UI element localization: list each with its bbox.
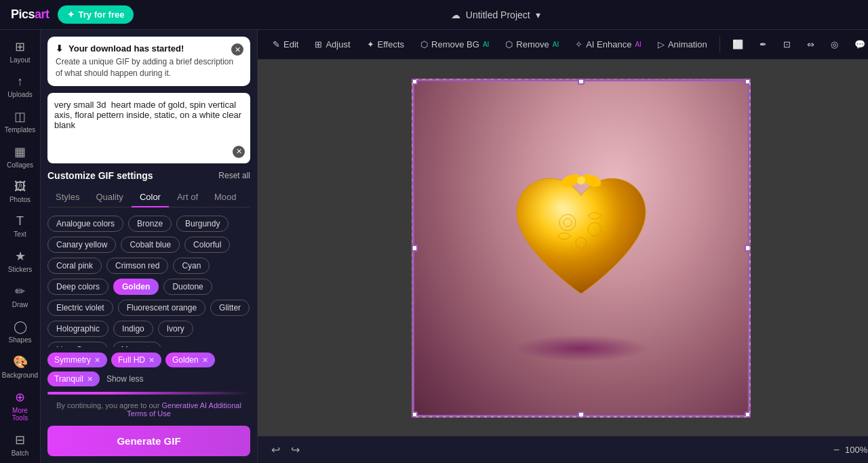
pen-tool-button[interactable]: ✒	[753, 36, 774, 53]
color-tag-cyan[interactable]: Cyan	[173, 258, 210, 274]
speech-bubble-button[interactable]: 💬	[848, 36, 868, 53]
redo-button[interactable]: ↪	[288, 441, 302, 459]
tab-styles[interactable]: Styles	[47, 188, 87, 207]
sidebar-label-more: More Tools	[5, 407, 35, 422]
undo-redo-group: ↩ ↪	[269, 441, 302, 459]
remove-tag-symmetry-button[interactable]: ✕	[94, 356, 100, 365]
tab-mood[interactable]: Mood	[206, 188, 245, 207]
edit-toolbar: ✎ Edit ⊞ Adjust ✦ Effects ⬡ Remove BG AI…	[258, 30, 868, 60]
animation-button[interactable]: ▷ Animation	[651, 36, 714, 53]
adjust-label: Adjust	[326, 39, 350, 49]
sidebar-item-background[interactable]: 🎨 Background	[3, 350, 38, 383]
try-free-button[interactable]: ✦ Try for free	[58, 5, 134, 24]
sidebar-item-text[interactable]: T Text	[3, 210, 38, 242]
sidebar-label-templates: Templates	[5, 126, 36, 134]
zoom-out-button[interactable]: −	[833, 444, 840, 456]
color-tag-colorful[interactable]: Colorful	[184, 237, 230, 253]
reset-all-button[interactable]: Reset all	[218, 171, 250, 180]
tab-quality[interactable]: Quality	[87, 188, 131, 207]
toolbar-divider-1	[719, 37, 720, 53]
color-tag-coral-pink[interactable]: Coral pink	[47, 258, 102, 274]
color-tag-glitter[interactable]: Glitter	[210, 300, 250, 316]
zoom-controls: − 100% + ⚙	[833, 443, 868, 456]
background-icon: 🎨	[13, 355, 28, 369]
color-tag-lime-green[interactable]: Lime Green	[47, 342, 108, 347]
bottom-toolbar: ↩ ↪ − 100% + ⚙	[258, 436, 868, 463]
color-tag-deep-colors[interactable]: Deep colors	[47, 279, 108, 295]
tab-artof[interactable]: Art of	[169, 188, 206, 207]
sidebar-item-stickers[interactable]: ★ Stickers	[3, 245, 38, 277]
sparkle-icon: ✦	[67, 9, 75, 20]
ai-enhance-label: AI Enhance	[586, 39, 631, 49]
clear-prompt-button[interactable]: ✕	[233, 146, 245, 158]
close-notification-button[interactable]: ✕	[231, 43, 243, 56]
color-tag-bronze[interactable]: Bronze	[128, 216, 172, 232]
color-tag-cobalt-blue[interactable]: Cobalt blue	[121, 237, 180, 253]
edit-button[interactable]: ✎ Edit	[266, 36, 305, 53]
left-panel: ⬇ Your download has started! Create a un…	[41, 30, 258, 463]
project-title-area[interactable]: ☁ Untitled Project ▾	[451, 9, 540, 20]
undo-button[interactable]: ↩	[269, 441, 283, 459]
tab-quality-label: Quality	[96, 192, 123, 202]
color-tag-indigo[interactable]: Indigo	[113, 321, 153, 337]
notification-header: ⬇ Your download has started!	[56, 43, 242, 54]
remove-tag-full hd-button[interactable]: ✕	[149, 356, 155, 365]
color-tag-holographic[interactable]: Holographic	[47, 321, 108, 337]
sidebar-label-layout: Layout	[9, 56, 30, 64]
edit-icon: ✎	[273, 39, 280, 49]
zoom-value: 100%	[845, 445, 867, 455]
try-free-label: Try for free	[79, 9, 125, 20]
remove-tag-golden-button[interactable]: ✕	[202, 356, 208, 365]
canvas-inner: ↻	[412, 79, 751, 418]
sidebar-item-templates[interactable]: ◫ Templates	[3, 105, 38, 138]
color-tag-golden[interactable]: Golden	[113, 279, 159, 295]
sidebar-item-shapes[interactable]: ◯ Shapes	[3, 315, 38, 348]
effects-button[interactable]: ✦ Effects	[360, 36, 412, 53]
sidebar-label-shapes: Shapes	[9, 336, 32, 344]
select-tool-button[interactable]: ⬜	[726, 36, 750, 53]
prompt-textarea[interactable]: very small 3d heart made of gold, spin v…	[54, 100, 243, 154]
color-tag-fluorescent-orange[interactable]: Fluorescent orange	[118, 300, 205, 316]
color-tag-magenta[interactable]: Magenta	[113, 342, 162, 347]
animation-label: Animation	[668, 39, 707, 49]
color-tag-burgundy[interactable]: Burgundy	[176, 216, 229, 232]
adjust-button[interactable]: ⊞ Adjust	[308, 36, 357, 53]
terms-text: By continuing, you agree to our Generati…	[41, 397, 257, 422]
remove-tag-tranquil-button[interactable]: ✕	[87, 375, 93, 384]
color-tag-crimson-red[interactable]: Crimson red	[106, 258, 168, 274]
remove-label: Remove	[516, 39, 549, 49]
sidebar-item-collages[interactable]: ▦ Collages	[3, 140, 38, 173]
sidebar-item-more[interactable]: ⊕ More Tools	[3, 386, 38, 426]
sidebar-item-uploads[interactable]: ↑ Uploads	[3, 71, 38, 102]
draw-icon: ✏	[15, 284, 25, 299]
sidebar-label-uploads: Uploads	[7, 91, 33, 98]
flip-tool-button[interactable]: ⇔	[800, 36, 821, 53]
color-tag-canary-yellow[interactable]: Canary yellow	[47, 237, 116, 253]
show-less-button[interactable]: Show less	[104, 371, 146, 386]
tab-mood-label: Mood	[214, 192, 237, 202]
selected-tag-label: Full HD	[118, 355, 145, 365]
color-tag-analogue-colors[interactable]: Analogue colors	[47, 216, 123, 232]
generate-gif-button[interactable]: Generate GIF	[47, 426, 250, 456]
crop-tool-button[interactable]: ⊡	[776, 36, 797, 53]
color-tag-duotone[interactable]: Duotone	[163, 279, 212, 295]
sidebar-item-batch[interactable]: ⊟ Batch	[3, 428, 38, 461]
select-icon: ⬜	[732, 39, 743, 49]
batch-icon: ⊟	[15, 432, 25, 447]
icon-sidebar: ⊞ Layout ↑ Uploads ◫ Templates ▦ Collage…	[0, 30, 41, 463]
color-tag-ivory[interactable]: Ivory	[158, 321, 193, 337]
sidebar-item-photos[interactable]: 🖼 Photos	[3, 176, 38, 207]
picsart-logo: Picsart	[11, 7, 50, 22]
canvas-container[interactable]: ↻	[258, 60, 868, 436]
circle-tool-button[interactable]: ◎	[824, 36, 845, 53]
circle-icon: ◎	[831, 39, 838, 49]
remove-button[interactable]: ⬡ Remove AI	[498, 36, 566, 53]
sidebar-item-layout[interactable]: ⊞ Layout	[3, 35, 38, 68]
customize-header: Customize GIF settings Reset all	[47, 170, 250, 181]
color-tag-electric-violet[interactable]: Electric violet	[47, 300, 113, 316]
remove-bg-button[interactable]: ⬡ Remove BG AI	[414, 36, 496, 53]
sidebar-item-draw[interactable]: ✏ Draw	[3, 280, 38, 313]
ai-enhance-button[interactable]: ✧ AI Enhance AI	[568, 36, 648, 53]
tab-color[interactable]: Color	[132, 188, 169, 207]
canvas-image: ↻	[412, 79, 751, 418]
